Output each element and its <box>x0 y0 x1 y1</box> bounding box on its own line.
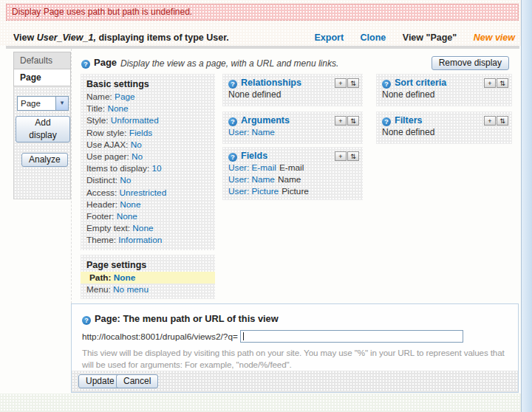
arguments-box: ?Arguments +⇅ User: Name <box>222 111 363 144</box>
tab-defaults[interactable]: Defaults <box>13 52 71 69</box>
setting-label: Items to display: <box>86 163 149 174</box>
path-form-title-row: ?Page: The menu path or URL of this view <box>82 313 279 325</box>
display-settings-panel: ?Page Display the view as a page, with a… <box>71 49 519 303</box>
field-label: E-mail <box>279 162 304 173</box>
analyze-button[interactable]: Analyze <box>21 153 68 167</box>
display-title: Page <box>94 57 117 68</box>
basic-settings-box: Basic settings Name: Page Title: None St… <box>81 74 215 250</box>
setting-label: Name: <box>86 92 112 102</box>
setting-value-link[interactable]: Unformatted <box>111 115 159 126</box>
help-icon[interactable]: ? <box>82 316 91 325</box>
rearrange-icon[interactable]: ⇅ <box>347 116 359 126</box>
select-value: Page <box>21 99 41 108</box>
view-name: User_View_1, <box>37 32 96 43</box>
setting-row: Header: None <box>86 199 209 210</box>
setting-value-link[interactable]: Fields <box>129 128 152 138</box>
setting-row: Items to display: 10 <box>86 162 209 174</box>
argument-link[interactable]: User: Name <box>228 127 275 137</box>
setting-row: Footer: None <box>86 210 209 222</box>
chevron-down-icon: ▾ <box>55 97 68 110</box>
setting-value-link[interactable]: None <box>132 223 153 233</box>
new-view-link[interactable]: New view <box>474 32 515 43</box>
path-url-row: http://localhost:8001/drupal6/views2/?q= <box>82 330 463 343</box>
remove-display-button[interactable]: Remove display <box>432 56 509 70</box>
setting-label: Menu: <box>86 284 111 295</box>
setting-label: Use AJAX: <box>86 140 128 150</box>
view-title-suffix: displaying items of type User. <box>98 32 228 43</box>
setting-value-link[interactable]: No <box>120 175 131 185</box>
field-item: User: E-mailE-mail <box>228 162 357 174</box>
rearrange-icon[interactable]: ⇅ <box>347 78 359 88</box>
fields-title-link[interactable]: Fields <box>241 151 267 161</box>
display-tabs-sidebar: Defaults Page Page ▾ Add display Analyze <box>13 52 71 199</box>
add-icon[interactable]: + <box>335 151 347 161</box>
view-page-link[interactable]: View "Page" <box>403 32 457 43</box>
path-help-text: This view will be displayed by visiting … <box>82 347 512 371</box>
add-icon[interactable]: + <box>484 78 496 88</box>
text-caret <box>243 332 244 340</box>
setting-value-link[interactable]: No <box>131 140 142 150</box>
setting-row: Use AJAX: No <box>86 139 209 151</box>
setting-value-link[interactable]: 10 <box>152 163 162 174</box>
help-icon[interactable]: ? <box>382 80 391 89</box>
help-icon[interactable]: ? <box>81 60 90 69</box>
basic-settings-title: Basic settings <box>86 78 209 91</box>
help-icon[interactable]: ? <box>228 117 237 126</box>
setting-label: Distinct: <box>86 175 117 185</box>
arguments-title-link[interactable]: Arguments <box>241 115 290 126</box>
tab-page[interactable]: Page <box>13 69 71 86</box>
page-background-right <box>521 0 532 412</box>
export-link[interactable]: Export <box>314 32 344 43</box>
setting-row: Style: Unformatted <box>86 114 209 126</box>
setting-label: Header: <box>86 199 117 210</box>
field-link[interactable]: User: Picture <box>228 186 279 196</box>
setting-label: Row style: <box>86 128 126 138</box>
setting-value-link[interactable]: None <box>117 211 137 222</box>
field-link[interactable]: User: E-mail <box>228 162 276 173</box>
sort-criteria-title-link[interactable]: Sort criteria <box>395 78 446 88</box>
help-icon[interactable]: ? <box>382 117 391 126</box>
display-description: Display the view as a page, with a URL a… <box>120 58 338 69</box>
clone-link[interactable]: Clone <box>361 32 386 43</box>
display-type-select[interactable]: Page ▾ <box>17 96 69 111</box>
setting-label: Use pager: <box>86 151 129 162</box>
path-value-link[interactable]: None <box>114 272 136 283</box>
help-icon[interactable]: ? <box>228 80 237 89</box>
relationships-title-link[interactable]: Relationships <box>241 78 301 88</box>
filters-box: ?Filters +⇅ None defined <box>376 111 512 144</box>
view-action-links: Export Clone View "Page" New view <box>314 32 515 43</box>
view-title: View User_View_1, displaying items of ty… <box>13 32 229 43</box>
rearrange-icon[interactable]: ⇅ <box>497 78 508 88</box>
argument-item: User: Name <box>228 126 357 138</box>
setting-value-link[interactable]: No <box>132 151 143 162</box>
setting-value-link[interactable]: None <box>107 103 128 114</box>
setting-value-link[interactable]: Information <box>118 235 162 245</box>
setting-value-link[interactable]: Unrestricted <box>120 188 167 198</box>
field-label: Picture <box>282 186 309 196</box>
setting-label: Empty text: <box>86 223 130 233</box>
add-icon[interactable]: + <box>335 116 347 126</box>
views-ui-page: Display Page uses path but path is undef… <box>0 0 532 412</box>
setting-value-link[interactable]: Page <box>115 92 135 102</box>
cancel-button[interactable]: Cancel <box>116 374 158 388</box>
field-label: Name <box>278 174 301 185</box>
rearrange-icon[interactable]: ⇅ <box>347 151 359 161</box>
rearrange-icon[interactable]: ⇅ <box>497 116 508 126</box>
setting-value-link[interactable]: None <box>120 199 140 210</box>
path-form-pane: ?Page: The menu path or URL of this view… <box>71 303 519 393</box>
add-display-button[interactable]: Add display <box>16 116 70 143</box>
setting-row: Theme: Information <box>86 234 209 246</box>
field-link[interactable]: User: Name <box>228 174 275 185</box>
setting-row: Access: Unrestricted <box>86 187 209 199</box>
filters-title-link[interactable]: Filters <box>395 115 423 126</box>
field-item: User: PicturePicture <box>228 185 357 197</box>
help-icon[interactable]: ? <box>228 153 237 162</box>
add-icon[interactable]: + <box>484 116 496 126</box>
menu-value-link[interactable]: No menu <box>113 284 149 295</box>
setting-label: Footer: <box>86 211 114 222</box>
filters-empty-text: None defined <box>382 126 506 138</box>
setting-label: Style: <box>86 115 109 126</box>
update-button[interactable]: Update <box>78 374 122 388</box>
path-input[interactable] <box>240 330 463 343</box>
add-icon[interactable]: + <box>335 78 347 88</box>
